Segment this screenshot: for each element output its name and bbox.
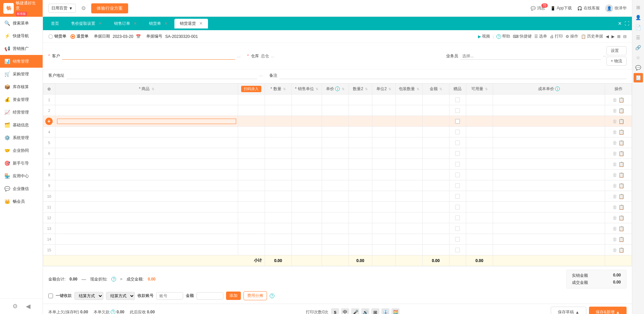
unit-cell[interactable] xyxy=(291,191,322,202)
delete-row-icon[interactable]: 🗑 xyxy=(612,162,617,167)
delete-row-icon[interactable]: 🗑 xyxy=(612,194,617,199)
unit-cell[interactable] xyxy=(291,212,322,223)
toolbar-icon-table[interactable]: ⊞ xyxy=(371,308,379,314)
copy-row-icon[interactable]: 📋 xyxy=(619,226,624,231)
unit-cell[interactable] xyxy=(291,159,322,170)
right-icon-list[interactable]: ☰ xyxy=(634,33,643,42)
qty-cell[interactable] xyxy=(265,212,291,223)
tab-sales-order[interactable]: 销售订单 ✕ xyxy=(109,19,142,28)
right-icon-chat[interactable]: 💬 xyxy=(634,63,643,72)
unit-cell[interactable] xyxy=(291,95,322,105)
right-icon-expand[interactable]: ⊞ xyxy=(634,3,643,12)
sidebar-item-basic[interactable]: 🗂️ 基础信息 xyxy=(0,119,43,131)
sidebar-item-operation[interactable]: 📈 经营管理 xyxy=(0,106,43,119)
qty-cell[interactable] xyxy=(265,202,291,212)
sidebar-item-purchase[interactable]: 🛒 采购管理 xyxy=(0,68,43,80)
radio-sales[interactable]: 销货单 xyxy=(48,34,66,39)
fee-help-icon[interactable]: ? xyxy=(270,294,274,298)
goods-cell[interactable] xyxy=(55,148,238,159)
qty-cell[interactable] xyxy=(265,234,291,245)
unit-price-info-icon[interactable]: i xyxy=(335,86,340,91)
copy-row-icon[interactable]: 📋 xyxy=(619,194,624,199)
gift-checkbox[interactable] xyxy=(455,248,460,252)
action-history[interactable]: 📋 历史单据 xyxy=(581,34,603,39)
tab-close-sales-goods[interactable]: ✕ xyxy=(164,21,168,26)
sidebar-item-system[interactable]: ⚙️ 系统管理 xyxy=(0,131,43,144)
gift-checkbox[interactable] xyxy=(455,130,460,134)
sort-unit2-icon[interactable]: ⇅ xyxy=(388,87,391,91)
action-operate[interactable]: ⚙ 操作 xyxy=(566,34,578,39)
gift-checkbox[interactable] xyxy=(455,226,460,231)
toolbar-icon-s[interactable]: S xyxy=(331,308,339,314)
gift-checkbox[interactable] xyxy=(455,205,460,209)
sort-goods-icon[interactable]: ⇅ xyxy=(152,87,154,91)
address-input[interactable] xyxy=(66,72,257,79)
copy-row-icon[interactable]: 📋 xyxy=(619,119,624,124)
remark-input[interactable] xyxy=(279,72,627,79)
save-draft-button[interactable]: 保存草稿 ▲ xyxy=(551,307,586,314)
gift-cell[interactable] xyxy=(449,223,466,234)
goods-cell[interactable] xyxy=(55,212,238,223)
qty-cell[interactable] xyxy=(265,170,291,180)
action-prev[interactable]: ◀ xyxy=(606,34,609,39)
tab-home[interactable]: 首页 xyxy=(46,19,64,28)
radio-return[interactable]: 退货单 xyxy=(70,34,89,39)
toolbar-icon-calc[interactable]: 🧮 xyxy=(391,308,399,314)
toolbar-icon-zhong[interactable]: 中 xyxy=(341,308,349,314)
action-next[interactable]: ▶ xyxy=(611,34,614,39)
one-click-payment-checkbox[interactable] xyxy=(48,294,53,298)
qty-cell[interactable] xyxy=(265,95,291,105)
copy-row-icon[interactable]: 📋 xyxy=(619,129,624,135)
sidebar-item-search[interactable]: 🔍 搜索菜单 xyxy=(0,17,43,29)
right-icon-user[interactable]: 👤 xyxy=(634,13,643,22)
delete-row-icon[interactable]: 🗑 xyxy=(612,226,617,231)
delete-row-icon[interactable]: 🗑 xyxy=(612,151,617,156)
copy-row-icon[interactable]: 📋 xyxy=(619,140,624,145)
logistics-button[interactable]: + 物流 xyxy=(606,57,627,66)
cost-price-info-icon[interactable]: i xyxy=(555,86,560,91)
gift-checkbox[interactable] xyxy=(455,183,460,188)
goods-cell[interactable] xyxy=(55,170,238,180)
settings-button[interactable]: 设置 xyxy=(606,46,627,55)
gift-checkbox[interactable] xyxy=(455,98,460,102)
add-payment-button[interactable]: 添加 xyxy=(226,292,241,300)
delete-row-icon[interactable]: 🗑 xyxy=(612,215,617,221)
delete-row-icon[interactable]: 🗑 xyxy=(612,247,617,253)
gift-checkbox[interactable] xyxy=(455,119,460,124)
qty-cell[interactable] xyxy=(265,245,291,255)
goods-input[interactable] xyxy=(57,119,236,124)
gift-cell[interactable] xyxy=(449,116,466,127)
sort-unit-icon[interactable]: ⇅ xyxy=(316,87,318,91)
sidebar-item-newbie[interactable]: 🎯 新手引导 xyxy=(0,157,43,170)
sidebar-item-appstore[interactable]: 🏪 应用中心 xyxy=(0,170,43,182)
tab-price-setting[interactable]: 售价提取设置 ✕ xyxy=(66,19,107,28)
warehouse-select-icon[interactable]: ... xyxy=(271,54,274,58)
address-select-icon[interactable]: ··· xyxy=(259,73,263,78)
action-grid-view[interactable]: ⊞ xyxy=(617,34,621,39)
goods-cell[interactable] xyxy=(55,245,238,255)
unit-cell[interactable] xyxy=(291,105,322,116)
right-icon-link[interactable]: 🔗 xyxy=(634,43,643,52)
qty-cell[interactable] xyxy=(265,159,291,170)
gift-cell[interactable] xyxy=(449,159,466,170)
tab-sales-return[interactable]: 销货退货 ✕ xyxy=(174,19,208,28)
copy-row-icon[interactable]: 📋 xyxy=(619,162,624,167)
qty-cell[interactable] xyxy=(265,116,291,127)
gift-checkbox[interactable] xyxy=(455,237,460,242)
fee-split-button[interactable]: 费用分摊 xyxy=(244,291,267,300)
gift-checkbox[interactable] xyxy=(455,194,460,199)
gift-cell[interactable] xyxy=(449,127,466,137)
delete-row-icon[interactable]: 🗑 xyxy=(612,172,617,178)
qty-cell[interactable] xyxy=(265,191,291,202)
goods-cell[interactable] xyxy=(55,234,238,245)
app-download-button[interactable]: 📱 App下载 xyxy=(550,5,572,11)
unit-cell[interactable] xyxy=(291,202,322,212)
gift-cell[interactable] xyxy=(449,180,466,191)
table-gear-icon[interactable]: ⚙ xyxy=(47,87,51,91)
copy-row-icon[interactable]: 📋 xyxy=(619,183,624,188)
gift-checkbox[interactable] xyxy=(455,162,460,167)
gift-cell[interactable] xyxy=(449,170,466,180)
scan-button[interactable]: 扫码录入 xyxy=(241,86,261,92)
copy-row-icon[interactable]: 📋 xyxy=(619,247,624,253)
gift-checkbox[interactable] xyxy=(455,108,460,113)
